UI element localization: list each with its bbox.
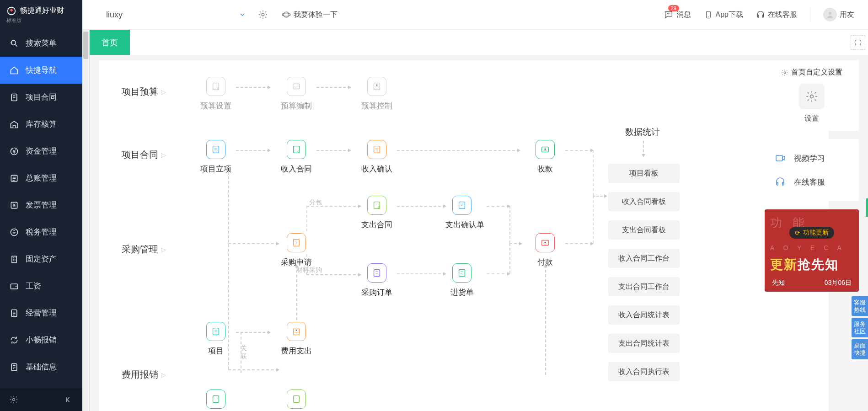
node-expense-out[interactable]: 费用支出 xyxy=(280,322,313,356)
arrow xyxy=(316,87,350,88)
node-project[interactable]: 项目 xyxy=(199,322,232,356)
expand-icon[interactable] xyxy=(851,35,865,50)
btn-income-workbench[interactable]: 收入合同工作台 xyxy=(608,249,680,268)
svg-point-1 xyxy=(262,13,264,16)
sidebar-item-salary[interactable]: 工资 xyxy=(0,272,82,299)
app-download-link[interactable]: App下载 xyxy=(704,10,743,20)
video-icon xyxy=(774,152,787,165)
node-budget-control[interactable]: 预算控制 xyxy=(360,77,393,111)
settings-button[interactable] xyxy=(799,84,825,109)
org-name: liuxy xyxy=(106,10,123,20)
promo-headline: 更新抢先知 xyxy=(770,256,853,273)
sidebar-item-contract[interactable]: 项目合同 xyxy=(0,84,82,111)
connector xyxy=(487,273,509,274)
tab-home[interactable]: 首页 xyxy=(90,30,130,55)
node-expense-contract[interactable]: 支出合同 xyxy=(360,196,393,230)
node-label: 支出合同 xyxy=(360,219,393,230)
connector xyxy=(593,150,594,196)
sidebar-item-quicknav[interactable]: 快捷导航 xyxy=(0,57,82,84)
node-receipt[interactable]: 收款 xyxy=(529,140,562,174)
btn-project-board[interactable]: 项目看板 xyxy=(608,164,680,183)
service-link[interactable]: 在线客服 xyxy=(756,10,797,20)
float-hotline[interactable]: 客服 热线 xyxy=(852,296,868,316)
sidebar-item-search[interactable]: 搜索菜单 xyxy=(0,30,82,57)
connector xyxy=(241,332,241,373)
divider xyxy=(810,8,810,21)
node-label: 收入确认 xyxy=(360,164,393,174)
sidebar: 搜索菜单 快捷导航 项目合同 库存核算 资金管理 总账管理 发票管理 税务管理 … xyxy=(0,30,82,411)
svg-point-18 xyxy=(16,285,17,287)
settings-icon[interactable] xyxy=(258,10,268,20)
node-purchase-request[interactable]: 采购申请 xyxy=(280,233,313,267)
messages-link[interactable]: 29 消息 xyxy=(664,10,691,20)
svg-rect-36 xyxy=(374,270,380,277)
btn-expense-workbench[interactable]: 支出合同工作台 xyxy=(608,277,680,296)
sidebar-item-operations[interactable]: 经营管理 xyxy=(0,299,82,326)
node-label: 收款 xyxy=(529,164,562,174)
btn-income-exec[interactable]: 收入合同执行表 xyxy=(608,362,680,381)
node-project-init[interactable]: 项目立项 xyxy=(199,140,232,174)
online-service-link[interactable]: 在线客服 xyxy=(772,170,852,194)
chevron-down-icon xyxy=(239,11,246,18)
brand: 畅捷通好业财 标准版 xyxy=(0,0,82,30)
gear-icon[interactable] xyxy=(9,395,18,404)
float-desktop[interactable]: 桌面 快捷 xyxy=(852,339,868,359)
btn-income-board[interactable]: 收入合同看板 xyxy=(608,192,680,211)
node-label: 收入合同 xyxy=(280,164,313,174)
contract-icon xyxy=(9,92,19,102)
service-label: 在线客服 xyxy=(768,10,797,20)
scrollbar[interactable] xyxy=(82,30,90,411)
arrow xyxy=(397,206,445,207)
btn-expense-stats[interactable]: 支出合同统计表 xyxy=(608,334,680,353)
node-goods-receipt[interactable]: 进货单 xyxy=(445,263,478,298)
sidebar-item-ledger[interactable]: 总账管理 xyxy=(0,165,82,192)
triangle-icon: ▷ xyxy=(161,151,166,159)
headset-icon xyxy=(774,176,787,188)
sidebar-item-basic[interactable]: 基础信息 xyxy=(0,353,82,380)
big2: 抢先知 xyxy=(798,257,839,272)
node-income-contract[interactable]: 收入合同 xyxy=(280,140,313,174)
custom-settings-title: 首页自定义设置 xyxy=(772,68,852,77)
node-cut-bottom-2[interactable] xyxy=(280,390,313,411)
node-expense-confirm[interactable]: 支出确认单 xyxy=(445,196,478,230)
node-income-confirm[interactable]: 收入确认 xyxy=(360,140,393,174)
btn-expense-board[interactable]: 支出合同看板 xyxy=(608,220,680,240)
arrow xyxy=(236,87,270,88)
svg-point-2 xyxy=(284,12,289,17)
phone-icon xyxy=(704,10,713,19)
video-learning-link[interactable]: 视频学习 xyxy=(772,146,852,170)
experience-label: 我要体验一下 xyxy=(294,10,338,20)
sidebar-item-assets[interactable]: 固定资产 xyxy=(0,246,82,272)
collapse-icon[interactable] xyxy=(64,395,73,404)
rel-label: 关 联 xyxy=(241,344,247,360)
topbar: 畅捷通好业财 标准版 liuxy 我要体验一下 29 消息 App下载 xyxy=(0,0,868,30)
node-cut-bottom-1[interactable] xyxy=(199,390,232,411)
sidebar-item-reimburse[interactable]: 小畅报销 xyxy=(0,326,82,353)
sidebar-item-tax[interactable]: 税务管理 xyxy=(0,219,82,246)
node-budget-setting[interactable]: 预算设置 xyxy=(199,77,232,111)
svg-rect-44 xyxy=(776,155,782,161)
arrow xyxy=(236,150,270,151)
org-selector[interactable]: liuxy xyxy=(101,5,252,25)
svg-point-6 xyxy=(669,13,670,14)
scrollbar-thumb[interactable] xyxy=(83,32,88,59)
sidebar-item-invoice[interactable]: 发票管理 xyxy=(0,192,82,219)
promo-card[interactable]: 功 能 ⟳功能更新 A O Y E C A 更新抢先知 先知 03月06日 xyxy=(765,209,859,292)
float-community[interactable]: 服务 社区 xyxy=(852,318,868,337)
username: 用友 xyxy=(840,10,854,20)
user-menu[interactable]: 用友 xyxy=(823,8,854,21)
arrow xyxy=(316,150,350,151)
svg-rect-41 xyxy=(294,396,300,403)
link-label: 视频学习 xyxy=(794,153,825,164)
btn-income-stats[interactable]: 收入合同统计表 xyxy=(608,305,680,325)
arrow xyxy=(306,206,360,207)
node-purchase-order[interactable]: 采购订单 xyxy=(360,263,393,298)
sidebar-item-inventory[interactable]: 库存核算 xyxy=(0,111,82,138)
svg-point-42 xyxy=(784,72,786,74)
sidebar-item-funds[interactable]: 资金管理 xyxy=(0,138,82,165)
node-label: 费用支出 xyxy=(280,346,313,356)
node-payment[interactable]: 付款 xyxy=(529,233,562,267)
node-budget-edit[interactable]: 预算编制 xyxy=(280,77,313,111)
experience-button[interactable]: 我要体验一下 xyxy=(282,10,338,20)
section-contract-title: 项目合同▷ xyxy=(122,149,166,161)
